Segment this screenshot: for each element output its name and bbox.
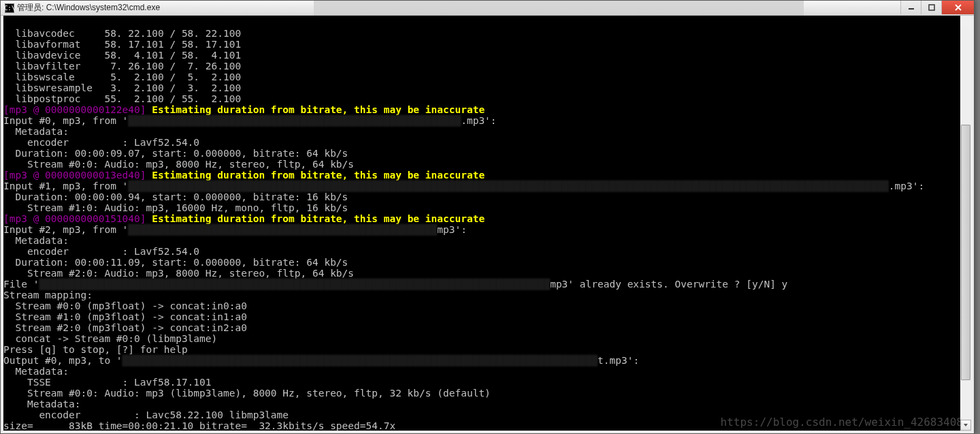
lib-line: libavcodec 58. 22.100 / 58. 22.100 [3,28,241,39]
lib-line: libavfilter 7. 26.100 / 7. 26.100 [3,61,241,72]
map-line: Stream #1:0 (mp3float) -> concat:in1:a0 [3,311,247,322]
window-title: 管理员: C:\Windows\system32\cmd.exe [17,2,160,14]
redacted-path: ████████████████████████████████████████… [122,355,598,366]
file-line-suffix: mp3' already exists. Overwrite ? [y/N] y [550,279,787,290]
duration-line: Duration: 00:00:09.07, start: 0.000000, … [3,148,348,159]
input-line: Input #2, mp3, from ' [3,224,128,235]
press-line: Press [q] to stop, [?] for help [3,344,188,355]
redacted-path: ████████████████████████████████████████… [128,115,461,126]
metadata-line: Metadata: [3,399,81,409]
maximize-button[interactable] [921,1,941,14]
cmd-window: C:\ 管理员: C:\Windows\system32\cmd.exe lib… [0,0,975,434]
encoder-line: encoder : Lavf52.54.0 [3,246,199,257]
input-line-suffix: .mp3': [461,115,496,126]
scroll-thumb[interactable] [961,125,970,380]
lib-line: libswscale 5. 2.100 / 5. 2.100 [3,72,241,82]
mp3-tag: [mp3 @ 000000000013ed40] [3,170,152,181]
encoder-line: encoder : Lavf52.54.0 [3,137,199,148]
stream-mapping: Stream mapping: [3,290,93,300]
size-line: size= 83kB time=00:00:21.10 bitrate= 32.… [3,420,395,431]
svg-rect-1 [929,5,934,10]
lib-line: libswresample 3. 2.100 / 3. 2.100 [3,82,241,93]
close-button[interactable] [941,1,974,14]
mp3-tag: [mp3 @ 0000000000122e40] [3,104,152,115]
metadata-line: Metadata: [3,235,69,246]
tsse-line: TSSE : Lavf58.17.101 [3,377,212,388]
cmd-icon: C:\ [5,3,14,13]
output-line: Output #0, mp3, to ' [3,355,122,366]
console-area[interactable]: libavcodec 58. 22.100 / 58. 22.100 libav… [3,16,971,431]
stream-line: Stream #1:0: Audio: mp3, 16000 Hz, mono,… [3,202,348,213]
map-line: Stream #0:0 (mp3float) -> concat:in0:a0 [3,300,247,311]
metadata-line: Metadata: [3,366,69,377]
file-line: File ' [3,279,39,290]
stream-line: Stream #2:0: Audio: mp3, 8000 Hz, stereo… [3,268,354,279]
taskbar-shadow [314,1,804,16]
map-line: concat -> Stream #0:0 (libmp3lame) [3,333,217,344]
output-line-suffix: t.mp3': [598,355,639,366]
mp3-warning: Estimating duration from bitrate, this m… [152,170,485,181]
map-line: Stream #2:0 (mp3float) -> concat:in2:a0 [3,322,247,333]
lib-line: libavdevice 58. 4.101 / 58. 4.101 [3,50,241,61]
redacted-path: ████████████████████████████████████████… [39,279,550,290]
input-line: Input #1, mp3, from ' [3,181,128,191]
svg-marker-5 [964,424,968,427]
duration-line: Duration: 00:00:00.94, start: 0.000000, … [3,191,348,202]
encoder-line: encoder : Lavc58.22.100 libmp3lame [3,409,289,420]
input-line: Input #0, mp3, from ' [3,115,128,126]
titlebar[interactable]: C:\ 管理员: C:\Windows\system32\cmd.exe [1,1,974,16]
mp3-warning: Estimating duration from bitrate, this m… [152,104,485,115]
input-line-suffix: .mp3': [889,181,924,191]
lib-line: libpostproc 55. 2.100 / 55. 2.100 [3,93,241,104]
mp3-tag: [mp3 @ 0000000000151040] [3,213,152,224]
stream-line: Stream #0:0: Audio: mp3, 8000 Hz, stereo… [3,159,354,170]
input-line-suffix: mp3': [437,224,467,235]
minimize-button[interactable] [900,1,921,14]
redacted-path: ████████████████████████████████████████… [128,224,437,235]
scroll-track[interactable] [960,27,971,420]
redacted-path: ████████████████████████████████████████… [128,181,888,191]
mp3-warning: Estimating duration from bitrate, this m… [152,213,485,224]
console-output: libavcodec 58. 22.100 / 58. 22.100 libav… [3,16,960,431]
metadata-line: Metadata: [3,126,69,137]
window-buttons [900,1,974,14]
lib-line: libavformat 58. 17.101 / 58. 17.101 [3,39,241,50]
duration-line: Duration: 00:00:11.09, start: 0.000000, … [3,257,348,268]
scroll-down-button[interactable] [960,420,971,431]
stream-line: Stream #0:0: Audio: mp3 (libmp3lame), 80… [3,388,491,399]
scrollbar[interactable] [960,16,971,431]
